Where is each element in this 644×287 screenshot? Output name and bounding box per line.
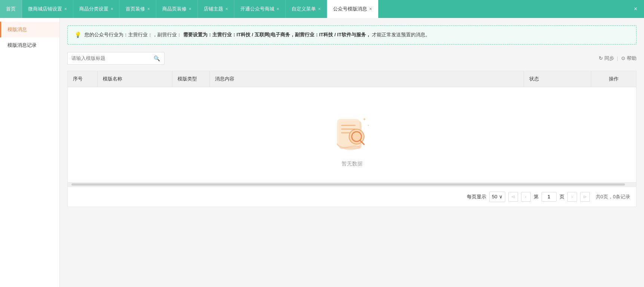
current-page-input[interactable] (542, 192, 557, 202)
nav-close-icon[interactable]: × (277, 6, 279, 12)
nav-item-store-theme[interactable]: 店铺主题 × (198, 0, 234, 18)
th-status: 状态 (524, 71, 591, 87)
divider: | (617, 55, 618, 61)
svg-text:✦: ✦ (363, 117, 366, 122)
search-input[interactable] (71, 55, 154, 61)
last-page-button[interactable]: ⊳ (580, 192, 590, 202)
nav-label: 公众号模版消息 (333, 6, 367, 12)
table-wrap: 序号 模版名称 模版类型 消息内容 状态 操作 (67, 71, 637, 207)
help-icon: ⊙ (621, 55, 625, 61)
nav-close-icon[interactable]: × (318, 6, 321, 12)
nav-close-icon[interactable]: × (369, 6, 372, 12)
nav-label: 店铺主题 (204, 6, 223, 12)
pagination: 每页显示 50 ∨ ⊲ ‹ 第 页 › ⊳ 共0页，0条记录 (68, 187, 636, 207)
notice-box: 💡 您的公众号行业为：主营行业：，副营行业： 需要设置为：主营行业：IT科技 /… (67, 25, 637, 45)
nav-item-open-mall[interactable]: 开通公众号商城 × (234, 0, 286, 18)
total-info: 共0页，0条记录 (596, 193, 630, 200)
sidebar-item-template-msg-record[interactable]: 模版消息记录 (0, 37, 59, 53)
nav-item-product-page-decor[interactable]: 商品页装修 × (156, 0, 198, 18)
search-icon[interactable]: 🔍 (154, 55, 160, 61)
sync-icon: ↻ (599, 55, 603, 61)
empty-illustration: ✦ ✦ (330, 110, 375, 155)
nav-close-icon[interactable]: × (111, 6, 113, 12)
th-content: 消息内容 (210, 71, 524, 87)
nav-item-home-label: 首页 (6, 6, 16, 12)
page-size-label: 每页显示 (467, 193, 486, 200)
svg-text:✦: ✦ (367, 124, 370, 127)
nav-item-product-category[interactable]: 商品分类设置 × (73, 0, 120, 18)
sidebar-item-template-msg[interactable]: 模版消息 (0, 22, 59, 37)
nav-close-icon[interactable]: × (225, 6, 228, 12)
prev-page-button[interactable]: ‹ (521, 192, 531, 202)
chevron-down-icon: ∨ (499, 194, 503, 199)
empty-text: 暂无数据 (342, 161, 363, 167)
nav-item-homepage-decor[interactable]: 首页装修 × (120, 0, 156, 18)
nav-close-icon[interactable]: × (64, 6, 67, 12)
nav-label: 商品页装修 (162, 6, 187, 12)
sidebar: 模版消息 模版消息记录 (0, 18, 60, 287)
content-area: 💡 您的公众号行业为：主营行业：，副营行业： 需要设置为：主营行业：IT科技 /… (60, 18, 644, 287)
nav-item-home[interactable]: 首页 (0, 0, 22, 18)
nav-label: 自定义菜单 (292, 6, 316, 12)
scrollbar-area[interactable] (68, 182, 636, 187)
th-name: 模版名称 (98, 71, 172, 87)
notice-text: 您的公众号行业为：主营行业：，副营行业： 需要设置为：主营行业：IT科技 / 互… (84, 31, 430, 39)
nav-label: 微商城店铺设置 (28, 6, 62, 12)
sync-button[interactable]: ↻ 同步 (599, 55, 614, 62)
nav-item-custom-menu[interactable]: 自定义菜单 × (286, 0, 327, 18)
scrollbar-track[interactable] (71, 183, 625, 186)
search-input-wrap[interactable]: 🔍 (67, 52, 164, 65)
main-layout: 模版消息 模版消息记录 💡 您的公众号行业为：主营行业：，副营行业： 需要设置为… (0, 18, 644, 287)
nav-item-micro-mall-settings[interactable]: 微商城店铺设置 × (22, 0, 73, 18)
search-bar: 🔍 ↻ 同步 | ⊙ 帮助 (67, 52, 637, 65)
nav-label: 开通公众号商城 (240, 6, 274, 12)
top-nav: 首页 微商城店铺设置 × 商品分类设置 × 首页装修 × 商品页装修 × 店铺主… (0, 0, 644, 18)
next-page-button[interactable]: › (567, 192, 577, 202)
close-all-button[interactable]: × (627, 6, 644, 12)
page-label: 页 (560, 193, 564, 200)
page-size-select[interactable]: 50 ∨ (489, 192, 505, 202)
empty-state: ✦ ✦ 暂无数据 (68, 87, 636, 182)
notice-icon: 💡 (74, 31, 81, 38)
help-button[interactable]: ⊙ 帮助 (621, 55, 637, 62)
th-seq: 序号 (68, 71, 98, 87)
nav-label: 商品分类设置 (79, 6, 108, 12)
nav-close-icon[interactable]: × (189, 6, 191, 12)
page-prefix: 第 (534, 193, 539, 200)
table-header: 序号 模版名称 模版类型 消息内容 状态 操作 (68, 71, 636, 87)
th-action: 操作 (591, 71, 636, 87)
nav-label: 首页装修 (126, 6, 145, 12)
nav-item-template-msg[interactable]: 公众号模版消息 × (327, 0, 378, 18)
first-page-button[interactable]: ⊲ (508, 192, 518, 202)
toolbar-right: ↻ 同步 | ⊙ 帮助 (599, 55, 637, 62)
nav-close-icon[interactable]: × (147, 6, 150, 12)
th-type: 模版类型 (172, 71, 210, 87)
